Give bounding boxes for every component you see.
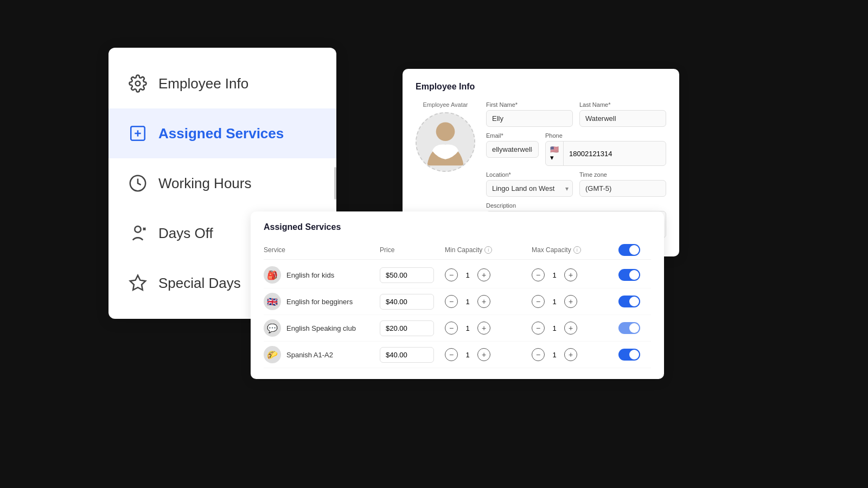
plus-square-icon: [128, 124, 148, 143]
assigned-services-title: Assigned Services: [264, 222, 651, 232]
max-increase-btn[interactable]: +: [564, 268, 577, 281]
min-increase-btn[interactable]: +: [477, 295, 490, 308]
service-label: English Speaking club: [286, 324, 356, 332]
min-value: 1: [462, 298, 473, 306]
sidebar-item-label: Special Days: [158, 275, 241, 292]
max-decrease-btn[interactable]: −: [532, 348, 545, 361]
col-min-capacity: Min Capacity i: [445, 244, 532, 256]
phone-group: Phone 🇺🇸 ▾: [545, 132, 666, 166]
sidebar-item-working-hours[interactable]: Working Hours: [108, 158, 336, 208]
min-decrease-btn[interactable]: −: [445, 295, 458, 308]
service-label: English for begginers: [286, 298, 353, 306]
service-toggle[interactable]: [618, 349, 640, 361]
max-increase-btn[interactable]: +: [564, 348, 577, 361]
col-service: Service: [264, 244, 380, 256]
price-input[interactable]: [380, 320, 434, 336]
sidebar-item-assigned-services[interactable]: Assigned Services: [108, 108, 336, 158]
service-toggle[interactable]: [618, 296, 640, 307]
services-table: Service Price Min Capacity i Max Capacit…: [264, 241, 651, 368]
timezone-label: Time zone: [579, 171, 666, 178]
service-avatar: 💬: [264, 319, 281, 337]
last-name-group: Last Name*: [579, 101, 666, 127]
service-toggle[interactable]: [618, 322, 640, 334]
sidebar-item-label: Employee Info: [158, 75, 248, 92]
min-value: 1: [462, 324, 473, 332]
email-label: Email*: [486, 132, 539, 139]
min-capacity-stepper: − 1 +: [445, 268, 532, 281]
max-decrease-btn[interactable]: −: [532, 322, 545, 335]
service-label: English for kids: [286, 271, 334, 279]
phone-label: Phone: [545, 132, 666, 139]
min-decrease-btn[interactable]: −: [445, 322, 458, 335]
first-name-input[interactable]: [486, 110, 573, 127]
min-decrease-btn[interactable]: −: [445, 268, 458, 281]
max-value: 1: [549, 298, 560, 306]
toggle-cell: [618, 322, 651, 334]
header-toggle[interactable]: [618, 244, 640, 256]
table-row: 🇬🇧 English for begginers − 1 + − 1 +: [264, 288, 651, 315]
toggle-cell: [618, 269, 651, 281]
max-value: 1: [549, 351, 560, 359]
star-icon: [128, 273, 148, 293]
max-value: 1: [549, 324, 560, 332]
svg-marker-8: [130, 275, 145, 290]
price-input[interactable]: [380, 347, 434, 363]
min-value: 1: [462, 351, 473, 359]
person-off-icon: [128, 223, 148, 243]
sidebar-item-label: Working Hours: [158, 175, 251, 192]
phone-flag[interactable]: 🇺🇸 ▾: [546, 142, 564, 165]
service-avatar: 🌮: [264, 346, 281, 363]
description-label: Description: [486, 202, 666, 209]
col-price: Price: [380, 244, 445, 256]
sidebar-item-employee-info[interactable]: Employee Info: [108, 59, 336, 108]
timezone-input[interactable]: [579, 180, 666, 197]
service-toggle[interactable]: [618, 269, 640, 281]
last-name-input[interactable]: [579, 110, 666, 127]
table-row: 🌮 Spanish A1-A2 − 1 + − 1 +: [264, 342, 651, 368]
email-input[interactable]: [486, 141, 539, 158]
min-increase-btn[interactable]: +: [477, 268, 490, 281]
sidebar-item-label: Days Off: [158, 225, 213, 242]
max-increase-btn[interactable]: +: [564, 322, 577, 335]
price-cell: [380, 294, 445, 310]
min-decrease-btn[interactable]: −: [445, 348, 458, 361]
avatar-label: Employee Avatar: [423, 101, 468, 108]
max-decrease-btn[interactable]: −: [532, 295, 545, 308]
assigned-services-card: Assigned Services Service Price Min Capa…: [251, 211, 664, 379]
price-cell: [380, 347, 445, 363]
location-group: Location* Lingo Land on West st. ▾: [486, 171, 573, 197]
avatar[interactable]: [416, 112, 475, 172]
price-input[interactable]: [380, 294, 434, 310]
service-label: Spanish A1-A2: [286, 351, 333, 359]
min-increase-btn[interactable]: +: [477, 322, 490, 335]
min-capacity-stepper: − 1 +: [445, 295, 532, 308]
col-max-capacity: Max Capacity i: [532, 244, 618, 256]
gear-icon: [128, 74, 148, 93]
location-select-wrapper: Lingo Land on West st. ▾: [486, 180, 573, 197]
service-name: 💬 English Speaking club: [264, 319, 380, 337]
toggle-cell: [618, 349, 651, 361]
max-capacity-stepper: − 1 +: [532, 348, 618, 361]
services-table-header: Service Price Min Capacity i Max Capacit…: [264, 241, 651, 260]
svg-point-0: [136, 81, 141, 86]
max-decrease-btn[interactable]: −: [532, 268, 545, 281]
min-increase-btn[interactable]: +: [477, 348, 490, 361]
max-capacity-info-icon[interactable]: i: [573, 246, 581, 254]
min-capacity-stepper: − 1 +: [445, 322, 532, 335]
max-capacity-stepper: − 1 +: [532, 322, 618, 335]
svg-point-5: [135, 226, 141, 232]
min-capacity-info-icon[interactable]: i: [484, 246, 492, 254]
min-capacity-stepper: − 1 +: [445, 348, 532, 361]
max-increase-btn[interactable]: +: [564, 295, 577, 308]
phone-input[interactable]: [564, 146, 666, 162]
svg-point-10: [436, 122, 455, 141]
location-select[interactable]: Lingo Land on West st.: [486, 180, 573, 197]
max-capacity-stepper: − 1 +: [532, 295, 618, 308]
service-name: 🎒 English for kids: [264, 266, 380, 284]
service-name: 🇬🇧 English for begginers: [264, 293, 380, 310]
price-input[interactable]: [380, 267, 434, 283]
price-cell: [380, 320, 445, 336]
phone-field[interactable]: 🇺🇸 ▾: [545, 141, 666, 166]
location-label: Location*: [486, 171, 573, 178]
max-capacity-stepper: − 1 +: [532, 268, 618, 281]
